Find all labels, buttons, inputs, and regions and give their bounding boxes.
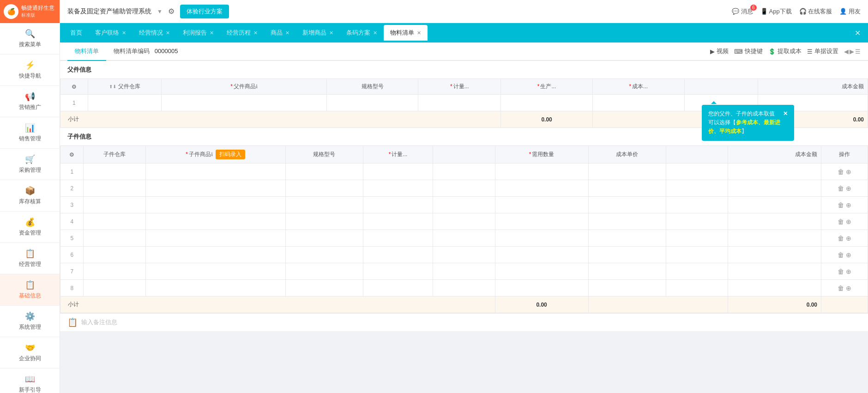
child-row-8-unit-cost[interactable] <box>588 280 666 296</box>
copy-row-8-icon[interactable]: ⊕ <box>846 284 851 292</box>
tab-barcode[interactable]: 条码方案 ✕ <box>340 25 384 41</box>
sub-tab-code[interactable]: 物料清单编码 0000005 <box>106 42 185 61</box>
online-service[interactable]: 🎧 在线客服 <box>799 7 832 16</box>
arrow-left-icon[interactable]: ◀ <box>844 48 849 55</box>
child-row-2-unit-cost[interactable] <box>588 180 666 197</box>
sidebar-item-search[interactable]: 🔍 搜索菜单 <box>0 23 60 54</box>
child-row-3-warehouse[interactable] <box>84 197 146 213</box>
sidebar-item-purchase[interactable]: 🛒 采购管理 <box>0 149 60 180</box>
child-row-6-qty[interactable] <box>495 247 588 263</box>
child-row-5-goods[interactable] <box>145 230 285 247</box>
action-cost[interactable]: 💲 提取成本 <box>768 47 802 55</box>
child-row-1-unit[interactable] <box>363 163 433 180</box>
child-row-4-unit-cost[interactable] <box>588 213 666 230</box>
tab-bom[interactable]: 物料清单 ✕ <box>384 25 428 41</box>
arrow-right-icon[interactable]: ▶ <box>850 48 854 55</box>
child-row-1-unit-cost[interactable] <box>588 163 666 180</box>
tab-new-goods-close-icon[interactable]: ✕ <box>329 30 333 36</box>
copy-row-5-icon[interactable]: ⊕ <box>846 235 851 242</box>
tab-goods[interactable]: 商品 ✕ <box>264 25 296 41</box>
child-row-2-qty[interactable] <box>495 180 588 197</box>
tab-history-close-icon[interactable]: ✕ <box>253 30 258 36</box>
sidebar-item-guide[interactable]: 📖 新手引导 <box>0 369 60 393</box>
child-row-6-unit-cost[interactable] <box>588 247 666 263</box>
copy-row-4-icon[interactable]: ⊕ <box>846 218 851 225</box>
child-row-8-goods[interactable] <box>145 280 285 296</box>
child-row-5-unit[interactable] <box>363 230 433 247</box>
child-row-1-spec[interactable] <box>285 163 363 180</box>
child-row-5-spec[interactable] <box>285 230 363 247</box>
delete-row-7-icon[interactable]: 🗑 <box>838 268 844 275</box>
sub-tab-bom-list[interactable]: 物料清单 <box>67 42 106 61</box>
user-menu[interactable]: 👤 用友 <box>839 7 861 16</box>
child-row-2-unit[interactable] <box>363 180 433 197</box>
delete-row-5-icon[interactable]: 🗑 <box>838 235 844 242</box>
child-row-2-spec[interactable] <box>285 180 363 197</box>
topbar-gear-icon[interactable]: ⚙ <box>168 7 175 16</box>
app-download[interactable]: 📱 App下载 <box>760 7 792 16</box>
child-row-5-unit-cost[interactable] <box>588 230 666 247</box>
child-row-3-spec[interactable] <box>285 197 363 213</box>
sidebar-item-finance[interactable]: 💰 资金管理 <box>0 212 60 243</box>
tab-history[interactable]: 经营历程 ✕ <box>220 25 264 41</box>
parent-row-1-goods[interactable] <box>162 95 327 111</box>
tab-home[interactable]: 首页 <box>64 25 89 41</box>
child-row-3-qty[interactable] <box>495 197 588 213</box>
tab-business-close-icon[interactable]: ✕ <box>166 30 170 36</box>
copy-row-7-icon[interactable]: ⊕ <box>846 268 851 275</box>
child-row-6-spec[interactable] <box>285 247 363 263</box>
child-row-5-qty[interactable] <box>495 230 588 247</box>
child-row-7-goods[interactable] <box>145 263 285 280</box>
child-row-7-unit-cost[interactable] <box>588 263 666 280</box>
sidebar-item-operations[interactable]: 📋 经营管理 <box>0 243 60 274</box>
tab-new-goods[interactable]: 新增商品 ✕ <box>296 25 340 41</box>
parent-th-setting[interactable]: ⚙ <box>60 79 88 95</box>
child-row-4-spec[interactable] <box>285 213 363 230</box>
child-row-1-goods[interactable] <box>145 163 285 180</box>
child-row-7-unit[interactable] <box>363 263 433 280</box>
delete-row-3-icon[interactable]: 🗑 <box>838 201 844 209</box>
message-wrap[interactable]: 💬 6 消息 <box>732 7 753 16</box>
scan-btn[interactable]: 扫码录入 <box>216 150 245 159</box>
delete-row-1-icon[interactable]: 🗑 <box>838 168 844 175</box>
bottom-text[interactable]: 输入备注信息 <box>81 318 117 326</box>
sidebar-item-system[interactable]: ⚙️ 系统管理 <box>0 306 60 337</box>
sidebar-item-inventory[interactable]: 📦 库存核算 <box>0 180 60 212</box>
sidebar-item-basic[interactable]: 📋 基础信息 <box>0 274 60 306</box>
child-row-3-unit-cost[interactable] <box>588 197 666 213</box>
tab-bom-close-icon[interactable]: ✕ <box>417 30 421 36</box>
delete-row-6-icon[interactable]: 🗑 <box>838 251 844 259</box>
parent-row-1-unit[interactable] <box>418 95 501 111</box>
parent-row-1-produce[interactable] <box>501 95 593 111</box>
sidebar-item-enterprise[interactable]: 🤝 企业协同 <box>0 337 60 369</box>
copy-row-6-icon[interactable]: ⊕ <box>846 251 851 259</box>
copy-row-1-icon[interactable]: ⊕ <box>846 168 851 175</box>
child-row-7-qty[interactable] <box>495 263 588 280</box>
sidebar-item-nav[interactable]: ⚡ 快捷导航 <box>0 54 60 86</box>
tab-business[interactable]: 经营情况 ✕ <box>133 25 176 41</box>
tab-profit-close-icon[interactable]: ✕ <box>210 30 214 36</box>
child-row-8-unit[interactable] <box>363 280 433 296</box>
child-row-7-warehouse[interactable] <box>84 263 146 280</box>
action-hotkey[interactable]: ⌨ 快捷键 <box>734 47 763 55</box>
child-row-4-goods[interactable] <box>145 213 285 230</box>
child-row-8-qty[interactable] <box>495 280 588 296</box>
child-row-2-goods[interactable] <box>145 180 285 197</box>
child-row-8-warehouse[interactable] <box>84 280 146 296</box>
child-row-6-unit[interactable] <box>363 247 433 263</box>
child-row-1-qty[interactable] <box>495 163 588 180</box>
tab-goods-close-icon[interactable]: ✕ <box>285 30 289 36</box>
experience-btn[interactable]: 体验行业方案 <box>180 5 229 18</box>
copy-row-3-icon[interactable]: ⊕ <box>846 201 851 209</box>
child-th-setting[interactable]: ⚙ <box>60 146 84 163</box>
delete-row-2-icon[interactable]: 🗑 <box>838 185 844 192</box>
sidebar-item-sales[interactable]: 📊 销售管理 <box>0 117 60 149</box>
child-row-6-warehouse[interactable] <box>84 247 146 263</box>
action-settings[interactable]: ☰ 单据设置 <box>807 47 838 55</box>
parent-row-1-spec[interactable] <box>326 95 418 111</box>
child-row-4-unit[interactable] <box>363 213 433 230</box>
child-row-7-spec[interactable] <box>285 263 363 280</box>
tooltip-close-btn[interactable]: ✕ <box>783 109 788 118</box>
child-row-4-warehouse[interactable] <box>84 213 146 230</box>
tab-profit[interactable]: 利润报告 ✕ <box>176 25 220 41</box>
